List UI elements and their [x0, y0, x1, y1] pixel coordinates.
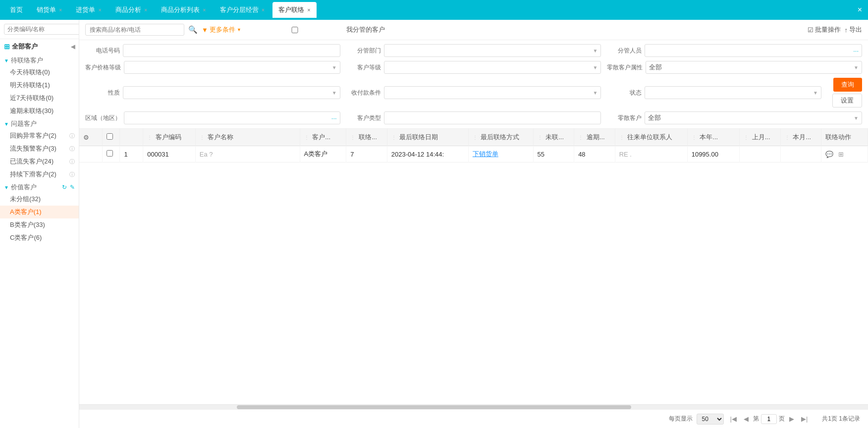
export-btn[interactable]: ↑ 导出 [845, 25, 863, 34]
filter-search-input[interactable] [85, 24, 184, 36]
nav-purchase-order[interactable]: 进货单 × [70, 2, 107, 18]
row-overdue-cell: 48 [574, 146, 615, 162]
sidebar-item-today[interactable]: 今天待联络(0) [0, 66, 79, 79]
sidebar-search-input[interactable] [4, 24, 79, 35]
sidebar-all-customers[interactable]: ⊞ 全部客户 ◀ [0, 39, 79, 54]
col-actions: 联络动作 [821, 129, 868, 146]
pager: |◀ ◀ 第 页 ▶ ▶| [728, 414, 811, 424]
unclassified-label: 未分组(32) [10, 195, 41, 204]
nav-product-analysis[interactable]: 商品分析 × [109, 2, 153, 18]
scrollbar-thumb[interactable] [237, 405, 631, 409]
qr-action-icon[interactable]: ⊞ [838, 151, 844, 158]
current-page-input[interactable] [761, 414, 777, 424]
total-label: 共1页 1条记录 [822, 415, 860, 423]
customer-type-input[interactable] [384, 111, 601, 124]
batch-op-btn[interactable]: ☑ 批量操作 [808, 25, 841, 34]
page-prefix: 第 [753, 415, 759, 423]
sidebar-collapse-btn[interactable]: ◀ [71, 44, 75, 50]
nav-home[interactable]: 首页 [4, 2, 29, 18]
nature-label: 性质 [85, 89, 120, 97]
price-level-caret: ▼ [332, 65, 337, 70]
next-page-btn[interactable]: ▶ [787, 414, 797, 424]
person-select[interactable]: ··· [645, 44, 862, 57]
col-settings [79, 129, 103, 146]
chat-action-icon[interactable]: 💬 [825, 151, 833, 158]
nature-select[interactable]: ▼ [123, 86, 340, 99]
person-dots[interactable]: ··· [853, 47, 859, 54]
dept-select[interactable]: ▼ [384, 44, 601, 57]
prev-page-btn[interactable]: ◀ [741, 414, 751, 424]
col-actions-label: 联络动作 [825, 133, 851, 141]
filter-row-price-level: 客户价格等级 ▼ [85, 61, 340, 74]
my-customers-checkbox-label[interactable]: 我分管的客户 [245, 25, 385, 34]
col-level-label: 客户... [312, 133, 330, 141]
value-edit-icon[interactable]: ✎ [70, 184, 75, 191]
filter-search-icon[interactable]: 🔍 [188, 25, 198, 34]
sidebar-group-pending[interactable]: ▼ 待联络客户 [0, 54, 79, 66]
global-close-btn[interactable]: × [858, 5, 862, 14]
col-name-label: 客户名称 [208, 133, 233, 141]
nav-sales-close[interactable]: × [59, 7, 62, 13]
gear-icon[interactable] [83, 134, 89, 141]
row-contact-person-cell: RE . [615, 146, 687, 162]
sidebar-item-week[interactable]: 近7天待联络(0) [0, 92, 79, 105]
settings-btn[interactable]: 设置 [832, 94, 862, 107]
more-filters-btn[interactable]: ▼ 更多条件 ▼ [202, 25, 241, 34]
toolbar-right: ☑ 批量操作 ↑ 导出 [808, 25, 863, 34]
a-class-label: A类客户(1) [10, 208, 42, 216]
sidebar-item-a-class[interactable]: A类客户(1) [0, 206, 79, 218]
sidebar-item-b-class[interactable]: B类客户(33) [0, 218, 79, 231]
status-select[interactable]: ▼ [645, 86, 821, 99]
sidebar-item-overdue[interactable]: 逾期未联络(30) [0, 105, 79, 117]
sidebar-item-repurchase-anomaly[interactable]: 回购异常客户(2) ⓘ [0, 129, 79, 142]
nav-product-list-close[interactable]: × [203, 7, 206, 13]
payment-select[interactable]: ▼ [384, 86, 601, 99]
retail-attr-select[interactable]: 全部 ▼ [646, 61, 862, 74]
nav-customer-tier-close[interactable]: × [262, 7, 265, 13]
customer-level-select[interactable]: ▼ [384, 61, 601, 74]
region-dots[interactable]: ··· [331, 114, 337, 122]
main-layout: 🔍 ⊞ 全部客户 ◀ ▼ 待联络客户 今天待联络(0) 明天待联络(1) 近7天… [0, 20, 868, 428]
value-refresh-icon[interactable]: ↻ [62, 184, 67, 191]
query-btn[interactable]: 查询 [833, 78, 862, 92]
phone-input[interactable] [123, 44, 340, 57]
sidebar-item-tomorrow[interactable]: 明天待联络(1) [0, 79, 79, 92]
sidebar-item-unclassified[interactable]: 未分组(32) [0, 193, 79, 206]
select-all-checkbox[interactable] [107, 133, 113, 140]
horizontal-scrollbar[interactable] [79, 404, 868, 409]
row-checkbox[interactable] [107, 150, 113, 157]
nav-sales-order[interactable]: 销货单 × [31, 2, 68, 18]
price-level-select[interactable]: ▼ [124, 61, 340, 74]
nav-product-list[interactable]: 商品分析列表 × [155, 2, 212, 18]
nav-customer-contact[interactable]: 客户联络 × [272, 2, 316, 18]
per-page-select[interactable]: 50 100 200 [697, 414, 724, 425]
nav-sales-label: 销货单 [37, 5, 56, 14]
nav-product-close[interactable]: × [144, 7, 147, 13]
nav-customer-tier-label: 客户分层经营 [220, 5, 259, 14]
nav-customer-contact-close[interactable]: × [307, 7, 310, 13]
retail-customer-select[interactable]: 全部 ▼ [645, 111, 862, 124]
filter-icon: ▼ [202, 26, 208, 34]
nav-customer-tier[interactable]: 客户分层经营 × [214, 2, 271, 18]
last-page-btn[interactable]: ▶| [799, 414, 810, 424]
sidebar-group-problem[interactable]: ▼ 问题客户 [0, 117, 79, 129]
sidebar-group-value[interactable]: ▼ 价值客户 ↻ ✎ [0, 181, 79, 193]
sidebar-item-churn-warning[interactable]: 流失预警客户(3) ⓘ [0, 142, 79, 155]
sidebar-item-churned[interactable]: 已流失客户(24) ⓘ [0, 155, 79, 168]
value-arrow: ▼ [4, 185, 9, 190]
filter-row-retail-attr: 零散客户属性 全部 ▼ [607, 61, 862, 74]
problem-arrow: ▼ [4, 121, 9, 127]
sidebar-item-c-class[interactable]: C类客户(6) [0, 231, 79, 244]
filter-row-customer-type: 客户类型 [346, 111, 601, 124]
value-label: 价值客户 [11, 183, 37, 192]
sidebar-item-declining[interactable]: 持续下滑客户(2) ⓘ [0, 168, 79, 181]
person-label: 分管人员 [607, 47, 642, 55]
row-level-cell: A类客户 [300, 146, 346, 162]
nav-purchase-close[interactable]: × [98, 7, 101, 13]
nav-purchase-label: 进货单 [76, 5, 95, 14]
first-page-btn[interactable]: |◀ [728, 414, 739, 424]
my-customers-checkbox[interactable] [245, 27, 344, 33]
region-select[interactable]: ··· [124, 111, 340, 124]
col-contact-person-label: 往来单位联系人 [627, 133, 672, 141]
row-last-type[interactable]: 下销货单 [473, 150, 498, 158]
